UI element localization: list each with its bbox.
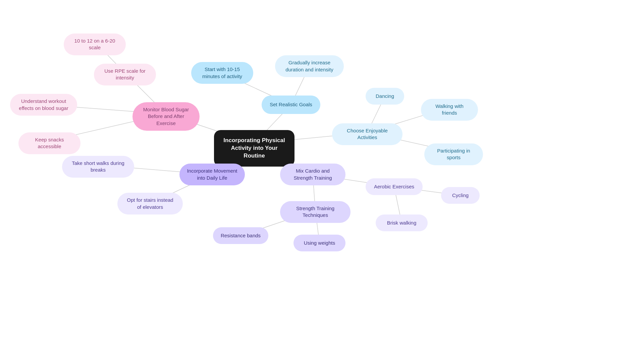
center-node[interactable]: Incorporating Physical Activity into You… bbox=[214, 130, 294, 167]
node-aerobic[interactable]: Aerobic Exercises bbox=[366, 178, 423, 195]
node-monitor[interactable]: Monitor Blood Sugar Before and After Exe… bbox=[132, 102, 200, 131]
node-start[interactable]: Start with 10-15 minutes of activity bbox=[191, 62, 253, 84]
node-goals[interactable]: Set Realistic Goals bbox=[262, 96, 320, 114]
node-walking_friends[interactable]: Walking with friends bbox=[421, 99, 478, 121]
node-rpe[interactable]: Use RPE scale for intensity bbox=[94, 64, 156, 85]
node-sports[interactable]: Participating in sports bbox=[424, 143, 483, 165]
node-mix[interactable]: Mix Cardio and Strength Training bbox=[280, 164, 345, 185]
node-gradually[interactable]: Gradually increase duration and intensit… bbox=[275, 55, 344, 77]
node-brisk[interactable]: Brisk walking bbox=[376, 215, 428, 231]
node-strength[interactable]: Strength Training Techniques bbox=[280, 201, 351, 223]
mindmap-container: Incorporating Physical Activity into You… bbox=[0, 0, 644, 363]
node-enjoyable[interactable]: Choose Enjoyable Activities bbox=[332, 123, 402, 145]
node-resistance[interactable]: Resistance bands bbox=[213, 227, 268, 244]
node-weights[interactable]: Using weights bbox=[293, 235, 345, 251]
node-scale[interactable]: 10 to 12 on a 6-20 scale bbox=[64, 34, 126, 55]
node-walks[interactable]: Take short walks during breaks bbox=[62, 156, 134, 178]
node-dancing[interactable]: Dancing bbox=[366, 88, 404, 105]
node-snacks[interactable]: Keep snacks accessible bbox=[18, 132, 80, 154]
node-understand[interactable]: Understand workout effects on blood suga… bbox=[10, 94, 77, 116]
node-stairs[interactable]: Opt for stairs instead of elevators bbox=[117, 193, 183, 215]
node-movement[interactable]: Incorporate Movement into Daily Life bbox=[179, 164, 245, 185]
node-cycling[interactable]: Cycling bbox=[441, 187, 480, 204]
